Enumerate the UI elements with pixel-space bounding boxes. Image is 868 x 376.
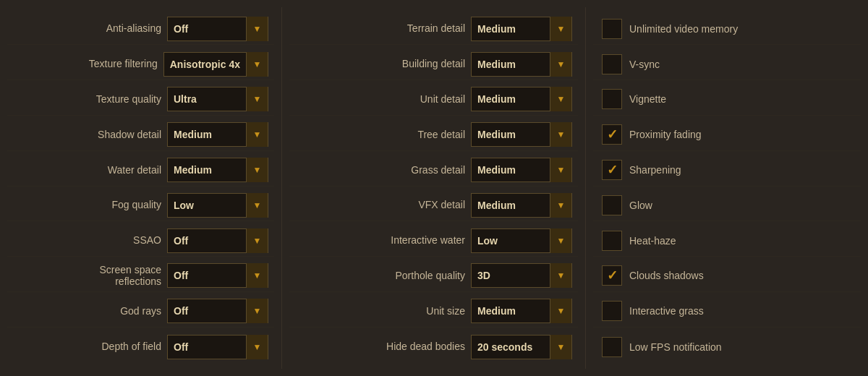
setting-label: Texture filtering: [13, 58, 158, 70]
checkbox-label: Vignette: [629, 93, 666, 105]
setting-row: Interactive waterLow▼: [289, 225, 578, 257]
dropdown-ssao[interactable]: Off▼: [167, 228, 268, 253]
checkbox-row: ✓Proximity fading: [593, 119, 861, 151]
dropdown-value: 3D: [472, 270, 550, 281]
setting-label: Shadow detail: [13, 129, 161, 141]
checkbox-row: Low FPS notification: [593, 331, 861, 363]
checkbox-sharpening[interactable]: ✓: [602, 160, 622, 180]
dropdown-value: 20 seconds: [472, 341, 550, 353]
dropdown-god-rays[interactable]: Off▼: [167, 299, 268, 323]
dropdown-arrow-icon: ▼: [550, 158, 571, 182]
dropdown-arrow-icon: ▼: [550, 122, 571, 147]
checkbox-glow[interactable]: [602, 195, 622, 215]
checkbox-row: V-sync: [593, 48, 861, 80]
dropdown-value: Medium: [472, 93, 550, 105]
setting-label: God rays: [13, 305, 161, 317]
dropdown-value: Medium: [472, 129, 550, 140]
dropdown-arrow-icon: ▼: [246, 335, 268, 359]
dropdown-value: Medium: [472, 59, 550, 70]
dropdown-arrow-icon: ▼: [550, 52, 571, 77]
setting-label: Depth of field: [13, 341, 161, 353]
dropdown-tree-detail[interactable]: Medium▼: [471, 122, 572, 147]
dropdown-arrow-icon: ▼: [246, 122, 268, 147]
setting-row: SSAOOff▼: [7, 225, 274, 257]
dropdown-arrow-icon: ▼: [246, 228, 268, 253]
dropdown-fog-quality[interactable]: Low▼: [167, 193, 268, 218]
setting-label: Interactive water: [295, 234, 465, 247]
setting-row: Water detailMedium▼: [7, 155, 274, 187]
dropdown-anti-aliasing[interactable]: Off▼: [167, 17, 268, 41]
dropdown-value: Off: [168, 305, 246, 317]
dropdown-building-detail[interactable]: Medium▼: [471, 52, 572, 77]
dropdown-arrow-icon: ▼: [246, 17, 268, 41]
dropdown-screen-space-reflections[interactable]: Off▼: [167, 263, 268, 288]
dropdown-value: Low: [168, 200, 246, 211]
dropdown-arrow-icon: ▼: [550, 299, 571, 323]
setting-row: Texture qualityUltra▼: [7, 84, 274, 116]
dropdown-hide-dead-bodies[interactable]: 20 seconds▼: [471, 335, 572, 359]
checkbox-row: ✓Clouds shadows: [593, 260, 861, 292]
mid-column: Terrain detailMedium▼Building detailMedi…: [282, 7, 586, 369]
checkbox-interactive-grass[interactable]: [602, 301, 622, 321]
setting-row: Depth of fieldOff▼: [7, 331, 274, 363]
dropdown-arrow-icon: ▼: [550, 193, 571, 218]
dropdown-value: Medium: [168, 129, 246, 140]
setting-label: Grass detail: [295, 164, 465, 176]
setting-label: Screen space reflections: [13, 264, 161, 289]
setting-row: Terrain detailMedium▼: [289, 13, 578, 45]
setting-row: Grass detailMedium▼: [289, 155, 578, 187]
setting-row: Shadow detailMedium▼: [7, 119, 274, 151]
checkmark-icon: ✓: [607, 269, 618, 282]
dropdown-interactive-water[interactable]: Low▼: [471, 228, 572, 253]
checkbox-heat-haze[interactable]: [602, 231, 622, 251]
dropdown-texture-filtering[interactable]: Anisotropic 4x▼: [163, 52, 268, 77]
dropdown-depth-of-field[interactable]: Off▼: [167, 335, 268, 359]
setting-row: Porthole quality3D▼: [289, 260, 578, 292]
dropdown-water-detail[interactable]: Medium▼: [167, 158, 268, 182]
dropdown-value: Off: [168, 270, 246, 281]
setting-row: Anti-aliasingOff▼: [7, 13, 274, 45]
dropdown-value: Low: [472, 235, 550, 247]
checkbox-low-fps-notification[interactable]: [602, 337, 622, 357]
dropdown-shadow-detail[interactable]: Medium▼: [167, 122, 268, 147]
checkmark-icon: ✓: [607, 163, 618, 176]
left-column: Anti-aliasingOff▼Texture filteringAnisot…: [0, 7, 282, 369]
dropdown-arrow-icon: ▼: [246, 193, 268, 218]
dropdown-value: Ultra: [168, 93, 246, 105]
setting-row: Building detailMedium▼: [289, 48, 578, 80]
dropdown-porthole-quality[interactable]: 3D▼: [471, 263, 572, 288]
checkbox-label: Heat-haze: [629, 235, 676, 247]
dropdown-value: Medium: [472, 200, 550, 211]
dropdown-grass-detail[interactable]: Medium▼: [471, 158, 572, 182]
checkbox-row: Glow: [593, 189, 861, 221]
checkbox-vignette[interactable]: [602, 89, 622, 109]
setting-label: Unit size: [295, 305, 465, 317]
setting-row: Hide dead bodies20 seconds▼: [289, 331, 578, 363]
dropdown-vfx-detail[interactable]: Medium▼: [471, 193, 572, 218]
checkbox-label: Unlimited video memory: [629, 23, 738, 35]
checkbox-v-sync[interactable]: [602, 54, 622, 74]
checkbox-clouds-shadows[interactable]: ✓: [602, 265, 622, 286]
dropdown-texture-quality[interactable]: Ultra▼: [167, 87, 268, 111]
setting-row: God raysOff▼: [7, 296, 274, 328]
checkbox-proximity-fading[interactable]: ✓: [602, 124, 622, 145]
setting-label: Fog quality: [13, 199, 161, 211]
checkbox-unlimited-video-memory[interactable]: [602, 19, 622, 39]
checkbox-label: Clouds shadows: [629, 270, 704, 281]
dropdown-arrow-icon: ▼: [246, 87, 268, 111]
dropdown-unit-size[interactable]: Medium▼: [471, 299, 572, 323]
setting-row: Unit sizeMedium▼: [289, 296, 578, 328]
setting-label: Texture quality: [13, 93, 161, 106]
setting-label: Tree detail: [295, 129, 465, 141]
setting-row: Fog qualityLow▼: [7, 189, 274, 221]
dropdown-value: Off: [168, 23, 246, 35]
checkbox-label: Low FPS notification: [629, 341, 722, 353]
dropdown-arrow-icon: ▼: [550, 263, 571, 288]
setting-label: Building detail: [295, 58, 465, 70]
dropdown-value: Medium: [168, 164, 246, 176]
dropdown-terrain-detail[interactable]: Medium▼: [471, 17, 572, 41]
setting-label: Hide dead bodies: [295, 341, 465, 353]
checkbox-row: Unlimited video memory: [593, 13, 861, 45]
dropdown-arrow-icon: ▼: [246, 263, 268, 288]
dropdown-unit-detail[interactable]: Medium▼: [471, 87, 572, 111]
